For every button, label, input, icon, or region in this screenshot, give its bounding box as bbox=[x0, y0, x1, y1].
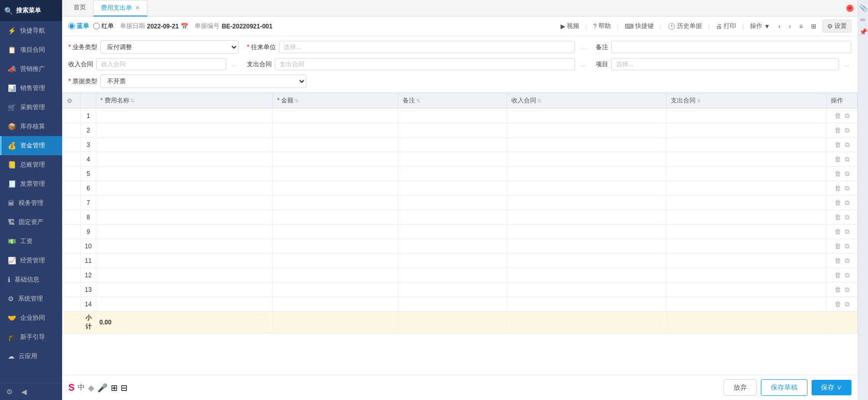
invoice-type-select[interactable]: 不开票 bbox=[100, 75, 306, 88]
row-delete-icon[interactable]: 🗑 bbox=[834, 141, 841, 149]
row-expense-name-cell[interactable] bbox=[96, 138, 273, 152]
sidebar-item-cloud-apps[interactable]: ☁云应用 bbox=[0, 347, 62, 366]
right-paperclip-icon[interactable]: 📎 bbox=[859, 4, 867, 12]
tab-close-icon[interactable]: ✕ bbox=[135, 5, 140, 11]
collapse-footer-icon[interactable]: ◀ bbox=[21, 388, 27, 396]
sidebar-item-quick-nav[interactable]: ⚡快捷导航 bbox=[0, 21, 62, 40]
row-copy-icon[interactable]: ⧉ bbox=[845, 199, 849, 206]
sidebar-item-sys-mgmt[interactable]: ⚙系统管理 bbox=[0, 289, 62, 308]
row-notes-cell[interactable] bbox=[399, 297, 507, 312]
sidebar-item-sales-promo[interactable]: 📣营销推广 bbox=[0, 60, 62, 79]
sidebar-item-ops-mgmt[interactable]: 📈经营管理 bbox=[0, 251, 62, 270]
row-expense-name-cell[interactable] bbox=[96, 239, 273, 254]
grid-view-btn[interactable]: ⊞ bbox=[809, 22, 818, 31]
row-notes-cell[interactable] bbox=[399, 283, 507, 297]
sidebar-item-purchase-mgmt[interactable]: 🛒采购管理 bbox=[0, 98, 62, 117]
col-gear-header[interactable]: ⚙ bbox=[63, 93, 81, 109]
income-contract-input[interactable] bbox=[96, 58, 226, 70]
abandon-button[interactable]: 放弃 bbox=[724, 379, 757, 396]
row-expense-contract-cell[interactable] bbox=[667, 138, 827, 152]
sidebar-item-tax[interactable]: 🏛税务管理 bbox=[0, 194, 62, 213]
save-draft-button[interactable]: 保存草稿 bbox=[761, 379, 807, 396]
sidebar-item-capital-mgmt[interactable]: 💰资金管理 bbox=[0, 136, 62, 155]
sidebar-item-fixed-assets[interactable]: 🏗固定资产 bbox=[0, 213, 62, 232]
calendar-icon[interactable]: 📅 bbox=[181, 23, 188, 30]
row-expense-name-cell[interactable] bbox=[96, 268, 273, 283]
row-income-contract-cell[interactable] bbox=[507, 123, 666, 138]
row-expense-contract-cell[interactable] bbox=[667, 254, 827, 268]
row-expense-contract-cell[interactable] bbox=[667, 167, 827, 181]
row-expense-name-cell[interactable] bbox=[96, 152, 273, 167]
row-amount-cell[interactable] bbox=[273, 138, 399, 152]
row-expense-contract-cell[interactable] bbox=[667, 268, 827, 283]
row-copy-icon[interactable]: ⧉ bbox=[845, 112, 849, 120]
row-expense-name-cell[interactable] bbox=[96, 297, 273, 312]
history-btn[interactable]: 🕐 历史单据 bbox=[666, 21, 704, 32]
row-delete-icon[interactable]: 🗑 bbox=[834, 213, 841, 221]
video-btn[interactable]: ▶ 视频 bbox=[558, 21, 581, 32]
row-expense-contract-cell[interactable] bbox=[667, 123, 827, 138]
row-amount-cell[interactable] bbox=[273, 123, 399, 138]
row-delete-icon[interactable]: 🗑 bbox=[834, 199, 841, 206]
partner-dots-btn[interactable]: ... bbox=[578, 43, 587, 51]
row-delete-icon[interactable]: 🗑 bbox=[834, 155, 841, 163]
row-amount-cell[interactable] bbox=[273, 297, 399, 312]
next-btn[interactable]: › bbox=[787, 22, 793, 31]
row-delete-icon[interactable]: 🗑 bbox=[834, 112, 841, 120]
mic-icon[interactable]: 🎤 bbox=[97, 383, 108, 393]
project-input[interactable] bbox=[611, 58, 839, 70]
row-income-contract-cell[interactable] bbox=[507, 268, 666, 283]
save-button[interactable]: 保存 ∨ bbox=[812, 380, 851, 395]
row-amount-cell[interactable] bbox=[273, 181, 399, 196]
row-notes-cell[interactable] bbox=[399, 210, 507, 225]
row-amount-cell[interactable] bbox=[273, 109, 399, 123]
project-dots[interactable]: ... bbox=[842, 61, 851, 68]
settings-footer-icon[interactable]: ⚙ bbox=[6, 388, 13, 396]
row-amount-cell[interactable] bbox=[273, 196, 399, 210]
row-amount-cell[interactable] bbox=[273, 225, 399, 239]
row-copy-icon[interactable]: ⧉ bbox=[845, 286, 849, 293]
row-expense-name-cell[interactable] bbox=[96, 210, 273, 225]
row-amount-cell[interactable] bbox=[273, 254, 399, 268]
window-close-btn[interactable]: ✕ bbox=[846, 5, 854, 12]
row-expense-contract-cell[interactable] bbox=[667, 181, 827, 196]
income-contract-dots[interactable]: ... bbox=[229, 61, 239, 68]
row-copy-icon[interactable]: ⧉ bbox=[845, 300, 849, 308]
row-delete-icon[interactable]: 🗑 bbox=[834, 242, 841, 250]
row-delete-icon[interactable]: 🗑 bbox=[834, 184, 841, 192]
row-amount-cell[interactable] bbox=[273, 210, 399, 225]
table-gear-icon[interactable]: ⚙ bbox=[67, 97, 72, 105]
row-delete-icon[interactable]: 🗑 bbox=[834, 257, 841, 264]
row-expense-contract-cell[interactable] bbox=[667, 210, 827, 225]
row-notes-cell[interactable] bbox=[399, 138, 507, 152]
sidebar-item-new-guide[interactable]: 🎓新手引导 bbox=[0, 328, 62, 347]
print-btn[interactable]: 🖨 打印 bbox=[714, 21, 738, 32]
row-notes-cell[interactable] bbox=[399, 239, 507, 254]
row-expense-name-cell[interactable] bbox=[96, 109, 273, 123]
row-amount-cell[interactable] bbox=[273, 152, 399, 167]
row-notes-cell[interactable] bbox=[399, 268, 507, 283]
row-income-contract-cell[interactable] bbox=[507, 254, 666, 268]
sidebar-item-project-contract[interactable]: 📋项目合同 bbox=[0, 40, 62, 60]
settings-btn[interactable]: ⚙ 设置 bbox=[822, 20, 851, 33]
row-copy-icon[interactable]: ⧉ bbox=[845, 184, 849, 192]
row-copy-icon[interactable]: ⧉ bbox=[845, 170, 849, 177]
partner-input[interactable] bbox=[279, 41, 575, 53]
row-expense-name-cell[interactable] bbox=[96, 254, 273, 268]
row-amount-cell[interactable] bbox=[273, 167, 399, 181]
row-income-contract-cell[interactable] bbox=[507, 167, 666, 181]
row-income-contract-cell[interactable] bbox=[507, 297, 666, 312]
row-delete-icon[interactable]: 🗑 bbox=[834, 271, 841, 279]
expense-contract-input[interactable] bbox=[275, 58, 575, 70]
row-delete-icon[interactable]: 🗑 bbox=[834, 126, 841, 134]
sidebar-item-inventory[interactable]: 📦库存核算 bbox=[0, 117, 62, 136]
radio-red[interactable]: 红单 bbox=[93, 22, 114, 31]
row-expense-contract-cell[interactable] bbox=[667, 152, 827, 167]
row-delete-icon[interactable]: 🗑 bbox=[834, 286, 841, 293]
help-btn[interactable]: ? 帮助 bbox=[591, 21, 613, 32]
row-income-contract-cell[interactable] bbox=[507, 109, 666, 123]
row-income-contract-cell[interactable] bbox=[507, 138, 666, 152]
row-copy-icon[interactable]: ⧉ bbox=[845, 271, 849, 279]
col-income-contract-header[interactable]: 收入合同 ⇅ bbox=[507, 93, 666, 109]
sidebar-search-label[interactable]: 搜索菜单 bbox=[16, 6, 41, 15]
